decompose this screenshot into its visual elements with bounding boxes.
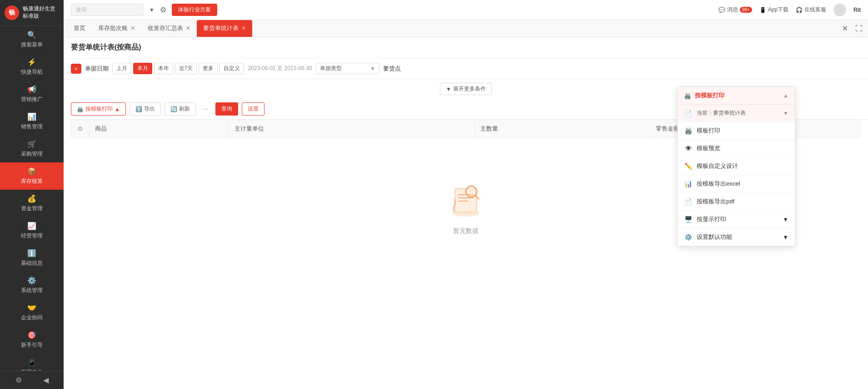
collapse-footer-icon[interactable]: ◀ [43,376,49,384]
message-icon: 💬 [718,7,725,13]
tab-order-stats-close[interactable]: ✕ [241,25,246,31]
print-btn[interactable]: 🖨️ 按模板打印 ▲ [71,102,126,116]
default-func-arrow: ▼ [783,234,788,241]
tab-maximize-btn[interactable]: ⛶ [853,23,864,35]
sidebar-item-system[interactable]: ⚙️ 系统管理 [0,272,64,299]
sidebar-item-finance[interactable]: 💰 资金管理 [0,190,64,217]
message-badge: 99+ [740,7,752,13]
print-dropdown: 🖨️ 按模板打印 ▲ 📄 当前：要货单统计表 ▼ 🖨️ 模板打印 👁️ 模板预览… [677,86,795,247]
sidebar-item-search[interactable]: 🔍 搜索菜单 [0,26,64,53]
gear-icon: ⚙️ [27,276,36,285]
export-btn[interactable]: ⬆️ 导出 [130,102,161,116]
printer-dropdown-icon: 🖨️ [684,92,691,99]
sidebar-item-basic[interactable]: ℹ️ 基础信息 [0,244,64,272]
tab-receipt-summary[interactable]: 收发存汇总表 ✕ [141,20,197,37]
sidebar-item-operations[interactable]: 📈 经营管理 [0,217,64,244]
tab-order-stats[interactable]: 要货单统计表 ✕ [197,20,252,37]
template-print-icon: 🖨️ [684,127,692,134]
sidebar-item-label: 资金管理 [21,205,43,212]
query-btn[interactable]: 查询 [215,102,238,116]
dropdown-default-func[interactable]: ⚙️ 设置默认功能 ▼ [678,228,795,246]
tab-batch-account-close[interactable]: ✕ [130,25,135,31]
industry-btn[interactable]: 体验行业方案 [172,4,217,16]
dropdown-header-left: 🖨️ 按模板打印 [684,91,724,100]
refresh-btn-label: 刷新 [179,105,190,113]
info-icon: ℹ️ [27,249,36,258]
col-settings-icon[interactable]: ⚙ [77,125,83,132]
sidebar-item-cooperation[interactable]: 🤝 企业协同 [0,299,64,326]
more-actions-btn[interactable]: ··· [200,103,212,115]
user-avatar[interactable] [833,4,846,16]
flash-icon: ⚡ [27,58,36,66]
trending-icon: 📈 [27,222,36,230]
template-excel-icon: 📊 [684,180,692,187]
settings-header-icon[interactable]: ⚙ [160,5,166,14]
sidebar-item-label: 搜索菜单 [21,41,43,49]
header-search-bar[interactable]: 搜索 [71,4,144,16]
sidebar-item-purchase[interactable]: 🛒 采购管理 [0,135,64,162]
tab-home[interactable]: 首页 [67,20,92,37]
dropdown-display-print[interactable]: 🖥️ 按显示打印 ▼ [678,211,795,228]
sidebar-item-app-center[interactable]: 📱 应用中心 [0,354,64,371]
col-settings[interactable]: ⚙ [71,120,90,138]
sidebar-item-label: 企业协同 [21,314,43,322]
date-btn-this-year[interactable]: 本年 [154,63,173,74]
current-indicator-icon: 📄 [684,110,692,117]
dropdown-item-template-pdf[interactable]: 📄 按模板导出pdf [678,193,795,211]
yaohuo-filter: 要货点 [383,65,401,73]
target-icon: 🎯 [27,331,36,339]
online-service-item[interactable]: 🎧 在线客服 [796,6,826,14]
tab-batch-account-label: 库存批次账 [98,24,128,32]
dropdown-item-template-print[interactable]: 🖨️ 模板打印 [678,122,795,140]
date-options-group: 上月 本月 本年 近7天 更多 自定义 [112,63,244,74]
empty-state-icon [443,174,489,220]
dropdown-default-func-left: ⚙️ 设置默认功能 [684,233,732,241]
filter-toggle-btn[interactable]: » [71,64,81,74]
sidebar-item-label: 经营管理 [21,232,43,240]
dropdown-item-template-excel[interactable]: 📊 按模板导出excel [678,175,795,193]
sidebar-item-quick-nav[interactable]: ⚡ 快捷导航 [0,53,64,81]
dropdown-item-template-preview[interactable]: 👁️ 模板预览 [678,140,795,157]
headset-icon: 🎧 [796,7,803,13]
page-header: 要货单统计表(按商品) [64,37,868,58]
sidebar-nav: 🔍 搜索菜单 ⚡ 快捷导航 📢 营销推广 📊 销售管理 🛒 采购管理 📦 库存核… [0,26,64,371]
date-btn-7days[interactable]: 近7天 [175,63,197,74]
dropdown-default-func-label: 设置默认功能 [697,233,732,241]
yaohuo-label: 要货点 [383,65,401,73]
sidebar-item-marketing[interactable]: 📢 营销推广 [0,81,64,108]
tab-receipt-summary-close[interactable]: ✕ [186,25,190,31]
dropdown-header-label: 按模板打印 [695,91,724,100]
sidebar-item-newbie[interactable]: 🎯 新手引导 [0,326,64,354]
online-service-label: 在线客服 [804,6,826,14]
current-arrow-icon: ▼ [783,110,788,116]
sidebar-item-inventory[interactable]: 📦 库存核算 [0,162,64,190]
tab-close-window-btn[interactable]: ✕ [840,22,850,35]
sidebar-item-label: 基础信息 [21,259,43,267]
select-arrow-icon: ▼ [370,66,375,72]
print-btn-label: 按模板打印 [85,105,113,113]
app-download-item[interactable]: 📱 App下载 [759,6,788,14]
date-btn-last-month[interactable]: 上月 [112,63,131,74]
expand-more-btn[interactable]: ▼ 展开更多条件 [440,83,492,95]
dropdown-current-item[interactable]: 📄 当前：要货单统计表 ▼ [678,105,795,122]
tab-batch-account[interactable]: 库存批次账 ✕ [92,20,141,37]
date-btn-this-month[interactable]: 本月 [133,63,152,74]
date-filter-label: 单据日期 [85,65,109,73]
refresh-btn[interactable]: 🔄 刷新 [165,102,196,116]
dropdown-item-template-design[interactable]: ✏️ 模板自定义设计 [678,157,795,175]
header-dropdown[interactable]: ▼ [149,7,155,13]
date-btn-custom[interactable]: 自定义 [219,63,244,74]
settings-footer-icon[interactable]: ⚙ [15,376,22,384]
page-title: 要货单统计表(按商品) [71,43,861,52]
sidebar-item-sales[interactable]: 📊 销售管理 [0,108,64,135]
expand-label: 展开更多条件 [453,85,486,93]
refresh-icon: 🔄 [170,106,177,112]
type-filter-label: 单据类型 [320,65,342,72]
type-filter-select[interactable]: 单据类型 ▼ [316,63,379,74]
message-item[interactable]: 💬 消息 99+ [718,6,752,14]
settings-btn[interactable]: 设置 [242,102,264,116]
export-icon: ⬆️ [135,106,142,112]
sidebar-item-label: 营销推广 [21,96,43,103]
date-btn-more[interactable]: 更多 [199,63,218,74]
dropdown-header[interactable]: 🖨️ 按模板打印 ▲ [678,87,795,105]
